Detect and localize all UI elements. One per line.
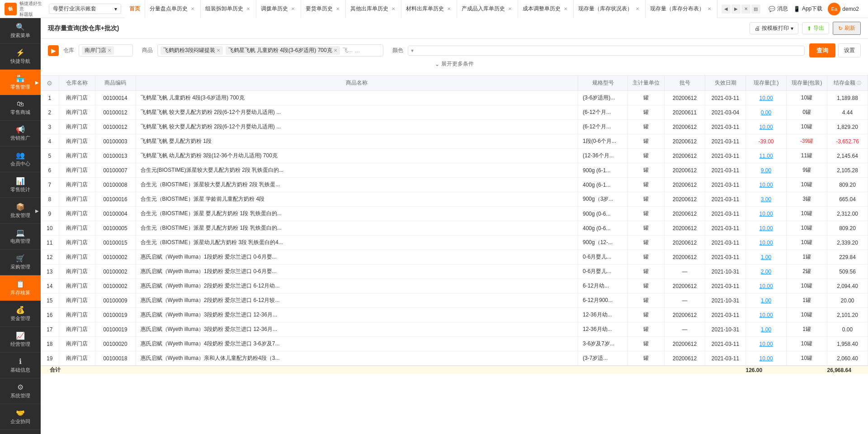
app-download-button[interactable]: 📱 App下载 xyxy=(793,5,822,13)
close-icon[interactable]: ✕ xyxy=(634,6,641,12)
row-qty-main[interactable]: 1.00 xyxy=(746,250,787,264)
sidebar-item-ecommerce[interactable]: 💻 电商管理 xyxy=(0,224,41,250)
export-button[interactable]: ⬆ 导出 xyxy=(802,22,829,34)
next-tab-button[interactable]: ▶ xyxy=(731,5,741,14)
more-tabs-button[interactable]: ▤ xyxy=(751,5,760,14)
close-icon[interactable]: ✕ xyxy=(189,6,196,12)
row-qty-main[interactable]: 10.00 xyxy=(746,120,787,134)
inventory-table-container[interactable]: ⚙ 仓库名称 商品编码 商品名称 规格型号 主计量单位 批号 失效日期 现存量(… xyxy=(41,75,868,434)
warehouse-filter-group[interactable]: 南岸门店 ✕ xyxy=(79,44,133,57)
sidebar-item-marketing[interactable]: 📢 营销推广 xyxy=(0,121,41,146)
sidebar-item-collab[interactable]: 🤝 企业协同 xyxy=(0,404,41,430)
tab-7[interactable]: 产成品入库单历史 ✕ xyxy=(457,0,518,18)
col-settings-icon[interactable]: ⚙ xyxy=(41,75,59,91)
sidebar-item-basic-info[interactable]: ℹ 基础信息 xyxy=(0,353,41,378)
tab-1[interactable]: 分量盘点单历史 ✕ xyxy=(145,0,201,18)
tab-3[interactable]: 调拨单历史 ✕ xyxy=(256,0,301,18)
row-qty-main[interactable]: 1.00 xyxy=(746,322,787,337)
user-menu[interactable]: Ea demo2 xyxy=(828,3,859,15)
sidebar-item-wholesale[interactable]: 📦 批发管理 ▶ xyxy=(0,198,41,224)
row-qty-main[interactable]: 11.00 xyxy=(746,149,787,163)
tab-home[interactable]: 首页 xyxy=(125,0,145,18)
row-balance: 809.20 xyxy=(827,221,868,236)
close-icon[interactable]: ✕ xyxy=(290,6,296,12)
product-filter-group[interactable]: 飞鹤奶粉3段闷罐提装 ✕ 飞鹤星飞帆 儿童奶粉 4段(3-6岁适用) 700克 … xyxy=(157,44,383,57)
close-icon[interactable]: ✕ xyxy=(245,6,251,12)
row-name: 惠氏启赋（Wyeth illuma）1段奶粉 爱尔兰进口 0-6月婴... xyxy=(136,264,578,279)
template-print-button[interactable]: 🖨 按模板打印 ▾ xyxy=(750,22,798,34)
row-qty-main[interactable]: 0.00 xyxy=(746,105,787,120)
sidebar-item-quicknav[interactable]: ⚡ 快捷导航 xyxy=(0,44,41,70)
row-qty-main[interactable]: 10.00 xyxy=(746,236,787,250)
sidebar-item-retail-mgmt[interactable]: 🏪 零售管理 ▶ xyxy=(0,70,41,95)
row-qty-main[interactable]: 10.00 xyxy=(746,337,787,351)
table-row: 7 南岸门店 00100008 合生元（BIOSTIME）派星较大婴儿配方奶粉 … xyxy=(41,178,868,192)
row-qty-main[interactable]: -39.00 xyxy=(746,134,787,149)
product-tag-2-close[interactable]: ✕ xyxy=(334,48,337,53)
message-button[interactable]: 💬 消息 xyxy=(769,5,788,13)
prev-tab-button[interactable]: ◀ xyxy=(722,5,731,14)
close-icon[interactable]: ✕ xyxy=(446,6,452,12)
filter-toggle-button[interactable]: ▶ xyxy=(48,45,59,56)
row-qty-main[interactable]: 2.00 xyxy=(746,264,787,279)
table-footer: 合计 126.00 26,968.64 xyxy=(41,366,868,374)
sidebar-item-retail-mall[interactable]: 🛍 零售商城 xyxy=(0,95,41,121)
product-tag-1-close[interactable]: ✕ xyxy=(217,48,220,53)
sidebar-item-purchase[interactable]: 🛒 采购管理 xyxy=(0,250,41,275)
sidebar-item-retail-stats[interactable]: 📊 零售统计 xyxy=(0,172,41,198)
refresh-button[interactable]: ↻ 刷新 xyxy=(833,22,861,35)
row-expiry: 2021-03-11 xyxy=(705,120,746,134)
workspace-selector[interactable]: 母婴行业演示账套 ▾ xyxy=(49,4,121,14)
row-qty-main[interactable]: 10.00 xyxy=(746,178,787,192)
close-icon[interactable]: ✕ xyxy=(706,6,712,12)
tab-10[interactable]: 现存量（库存分布表） ✕ xyxy=(646,0,717,18)
warehouse-tag-close[interactable]: ✕ xyxy=(108,48,111,53)
close-icon[interactable]: ✕ xyxy=(507,6,513,12)
sidebar-item-system[interactable]: ⚙ 系统管理 xyxy=(0,378,41,404)
row-qty-main[interactable]: 1.00 xyxy=(746,293,787,308)
close-all-button[interactable]: ✕ xyxy=(741,5,750,14)
row-name: 惠氏启赋（Wyeth illuma）3段奶粉 爱尔兰进口 12-36月... xyxy=(136,322,578,337)
row-batch: 20200612 xyxy=(665,221,705,236)
search-button[interactable]: 查询 xyxy=(809,43,835,57)
row-qty-main[interactable]: 10.00 xyxy=(746,207,787,221)
row-balance: 20.00 xyxy=(827,293,868,308)
product-more-tag[interactable]: 飞... xyxy=(343,47,353,54)
sidebar-item-search[interactable]: 🔍 搜索菜单 xyxy=(0,18,41,44)
row-qty-main[interactable]: 9.00 xyxy=(746,163,787,178)
tab-4[interactable]: 要货单历史 ✕ xyxy=(301,0,346,18)
tab-6[interactable]: 材料出库单历史 ✕ xyxy=(401,0,457,18)
settings-button[interactable]: 设置 xyxy=(838,43,861,57)
row-qty-main[interactable]: 10.00 xyxy=(746,221,787,236)
table-settings-icon[interactable]: ⚙ xyxy=(47,80,52,87)
row-spec: (6-12个月... xyxy=(578,105,628,120)
tab-5[interactable]: 其他出库单历史 ✕ xyxy=(346,0,401,18)
row-unit: 罐 xyxy=(628,207,665,221)
tab-11[interactable]: 库存批次账 ✕ xyxy=(717,0,718,18)
row-qty-main[interactable]: 10.00 xyxy=(746,351,787,366)
row-qty-main[interactable]: 10.00 xyxy=(746,308,787,322)
row-balance: 1,189.88 xyxy=(827,91,868,105)
color-filter-group[interactable]: ▾ xyxy=(408,46,805,56)
close-icon[interactable]: ✕ xyxy=(335,6,341,12)
users-icon: 👥 xyxy=(3,151,38,160)
row-expiry: 2021-10-31 xyxy=(705,264,746,279)
row-qty-main[interactable]: 3.00 xyxy=(746,192,787,207)
row-qty-main[interactable]: 10.00 xyxy=(746,279,787,293)
sidebar-item-guide[interactable]: 🎯 新手引导 xyxy=(0,430,41,434)
table-row: 3 南岸门店 00100012 飞鹤星飞帆 较大婴儿配方奶粉 2段(6-12个月… xyxy=(41,120,868,134)
sidebar-item-finance[interactable]: 💰 资金管理 xyxy=(0,301,41,327)
tab-8[interactable]: 成本调整单历史 ✕ xyxy=(518,0,574,18)
row-index: 13 xyxy=(41,264,59,279)
expand-more-button[interactable]: ⌄ 展开更多条件 xyxy=(48,57,861,71)
sidebar-item-inventory[interactable]: 📋 库存核算 xyxy=(0,275,41,301)
row-balance: 2,339.20 xyxy=(827,236,868,250)
sidebar-item-operations[interactable]: 📈 经营管理 xyxy=(0,327,41,353)
filter-row: ▶ 仓库 南岸门店 ✕ 商品 飞鹤奶粉3段闷罐提装 ✕ 飞鹤星飞帆 儿童奶粉 4… xyxy=(48,43,861,57)
close-icon[interactable]: ✕ xyxy=(390,6,396,12)
tab-2[interactable]: 组装拆卸单历史 ✕ xyxy=(201,0,256,18)
close-icon[interactable]: ✕ xyxy=(562,6,569,12)
row-qty-main[interactable]: 10.00 xyxy=(746,91,787,105)
sidebar-item-members[interactable]: 👥 会员中心 xyxy=(0,146,41,172)
tab-9[interactable]: 现存量（库存状况表） ✕ xyxy=(574,0,646,18)
